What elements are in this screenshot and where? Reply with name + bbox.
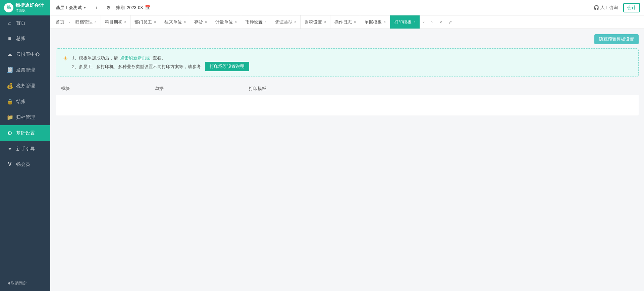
sidebar: ⌂ 首页 ≡ 总账 ☁ 云报表中心 🧾 发票管理 💰 税务管理 🔒 结账 📁 归… [0,15,50,291]
tab-tax-setting[interactable]: 财税设置 × [301,15,330,29]
tab-nav-prev-small[interactable]: ‹ [68,20,71,24]
app-sub: 体验版 [15,8,44,13]
sidebar-item-ledger[interactable]: ≡ 总账 [0,31,50,46]
app-name: 畅捷通好会计 [15,2,44,8]
sidebar-item-newbie[interactable]: ✦ 新手引导 [0,141,50,157]
company-name: 基层工会测试 [56,5,82,11]
unpin-label: ◀取消固定 [7,281,27,286]
info-line1-prefix: 1、模板添加成功后，请 [72,54,118,62]
service-button[interactable]: 🎧 人工咨询 [591,3,621,12]
sidebar-item-member[interactable]: V 畅会员 [0,157,50,172]
tab-op-log[interactable]: 操作日志 × [330,15,360,29]
period-value: 2023-03 [127,5,143,10]
tab-currency-label: 币种设置 [245,19,263,25]
sidebar-item-ledger-label: 总账 [16,36,25,42]
member-icon: V [7,161,13,167]
sidebar-item-settings-label: 基础设置 [16,130,35,136]
tab-archive-mgmt-close[interactable]: × [95,20,97,24]
tab-print-template-close[interactable]: × [414,20,416,24]
info-line-1: 1、模板添加成功后，请 点击刷新新页面 查看。 [72,54,632,62]
sidebar-item-reports[interactable]: ☁ 云报表中心 [0,46,50,62]
sidebar-item-invoice-label: 发票管理 [16,67,35,73]
tab-unit-close[interactable]: × [235,20,237,24]
hide-template-button[interactable]: 隐藏预置模板设置 [594,34,639,44]
unpin-button[interactable]: ◀取消固定 [0,276,50,291]
sidebar-item-reports-label: 云报表中心 [16,51,40,57]
tab-currency-close[interactable]: × [265,20,267,24]
tab-inventory-close[interactable]: × [205,20,207,24]
tax-icon: 💰 [7,83,13,89]
sidebar-item-newbie-label: 新手引导 [16,146,35,152]
tab-voucher-type[interactable]: 凭证类型 × [271,15,301,29]
tab-tax-setting-close[interactable]: × [324,20,326,24]
sidebar-item-invoice[interactable]: 🧾 发票管理 [0,62,50,78]
logo-icon: 畅 [4,3,13,12]
service-label: 人工咨询 [600,5,618,11]
period-label: 账期 [116,5,125,11]
info-text-block: 1、模板添加成功后，请 点击刷新新页面 查看。 2、多员工、多打印机、多种业务类… [72,54,632,71]
tab-print-template-label: 打印模板 [394,19,412,25]
tab-archive-mgmt[interactable]: 归档管理 × [71,15,101,29]
top-bar: 畅 畅捷通好会计 体验版 基层工会测试 ▼ + ⚙ 账期 2023-03 📅 🎧… [0,0,644,15]
sidebar-item-close-label: 结账 [16,99,25,105]
invoice-icon: 🧾 [7,67,13,73]
tab-expand[interactable]: ⤢ [445,15,455,29]
sidebar-item-tax[interactable]: 💰 税务管理 [0,78,50,94]
archive-icon: 📁 [7,114,13,120]
info-line-2: 2、多员工、多打印机、多种业务类型设置不同打印方案等，请参考 打印场景设置说明 [72,62,632,71]
tab-doc-template[interactable]: 单据模板 × [360,15,390,29]
company-selector[interactable]: 基层工会测试 ▼ [53,3,89,12]
add-tab-button[interactable]: + [92,3,101,12]
sidebar-item-close[interactable]: 🔒 结账 [0,94,50,109]
info-line2-prefix: 2、多员工、多打印机、多种业务类型设置不同打印方案等，请参考 [72,63,201,70]
tab-print-template[interactable]: 打印模板 × [390,15,420,29]
close-accounts-icon: 🔒 [7,98,13,105]
tab-counterparty-close[interactable]: × [184,20,186,24]
tab-subject-init-close[interactable]: × [124,20,126,24]
chevron-down-icon: ▼ [83,6,87,9]
tab-nav-next[interactable]: › [428,15,436,29]
sidebar-item-archive[interactable]: 📁 归档管理 [0,109,50,125]
tab-counterparty[interactable]: 往来单位 × [160,15,190,29]
logo-initial: 畅 [7,5,11,10]
calendar-icon[interactable]: 📅 [145,5,150,10]
reports-icon: ☁ [7,51,13,57]
tab-voucher-type-label: 凭证类型 [275,19,292,25]
tab-subject-init[interactable]: 科目期初 × [101,15,131,29]
info-line1-suffix: 查看。 [153,54,166,62]
sidebar-item-settings[interactable]: ⚙ 基础设置 [0,125,50,141]
tab-op-log-close[interactable]: × [354,20,356,24]
tab-inventory[interactable]: 存货 × [190,15,211,29]
tab-close-all[interactable]: × [436,15,445,29]
explain-button[interactable]: 打印场景设置说明 [205,62,249,71]
kuaiji-button[interactable]: 会计 [623,3,640,12]
tab-doc-template-close[interactable]: × [384,20,386,24]
tab-home[interactable]: 首页 [52,19,68,25]
sidebar-item-home[interactable]: ⌂ 首页 [0,15,50,31]
settings-sidebar-icon: ⚙ [7,130,13,136]
content-area: 首页 ‹ 归档管理 × 科目期初 × 部门员工 × 往来单位 × 存货 × [50,15,644,291]
sidebar-item-archive-label: 归档管理 [16,114,35,120]
newbie-icon: ✦ [7,146,13,152]
tab-subject-init-label: 科目期初 [105,19,122,25]
hide-template-btn-area: 隐藏预置模板设置 [56,34,639,44]
table-col-module: 模块 [61,86,155,92]
period-area: 账期 2023-03 📅 [116,5,150,11]
page-content: 隐藏预置模板设置 ☀ 1、模板添加成功后，请 点击刷新新页面 查看。 2、多员工… [50,29,644,291]
sidebar-item-home-label: 首页 [16,20,25,26]
tab-dept-staff[interactable]: 部门员工 × [130,15,160,29]
info-line1-link[interactable]: 点击刷新新页面 [120,54,151,62]
headset-icon: 🎧 [594,5,599,10]
tab-currency[interactable]: 币种设置 × [241,15,271,29]
settings-icon[interactable]: ⚙ [104,3,113,12]
home-icon: ⌂ [7,20,13,26]
tab-dept-staff-close[interactable]: × [154,20,156,24]
tab-nav-prev[interactable]: ‹ [420,15,428,29]
ledger-icon: ≡ [7,36,13,42]
tab-voucher-type-close[interactable]: × [294,20,297,24]
tab-doc-template-label: 单据模板 [364,19,382,25]
main-layout: ⌂ 首页 ≡ 总账 ☁ 云报表中心 🧾 发票管理 💰 税务管理 🔒 结账 📁 归… [0,15,644,291]
info-box: ☀ 1、模板添加成功后，请 点击刷新新页面 查看。 2、多员工、多打印机、多种业… [56,48,639,77]
table-col-doc: 单据 [155,86,249,92]
tab-unit[interactable]: 计量单位 × [211,15,241,29]
